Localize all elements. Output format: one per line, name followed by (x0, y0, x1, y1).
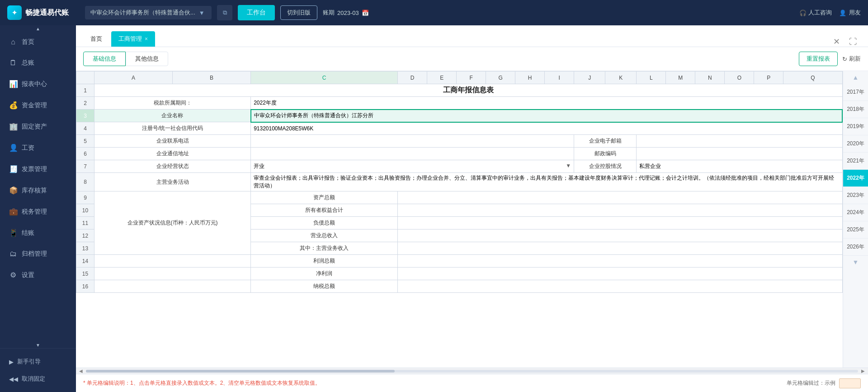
row5-email-value[interactable] (637, 135, 842, 148)
hscroll-thumb[interactable] (86, 370, 395, 373)
row10-value[interactable] (398, 204, 842, 217)
row2-value[interactable]: 2022年度 (251, 97, 842, 110)
content-area: 首页 工商管理 × ✕ ⛶ 基础信息 其他信息 重置报表 ↻ (76, 25, 868, 392)
finance-icon: 💰 (9, 101, 17, 110)
row14-value[interactable] (398, 255, 842, 268)
year-item-2019[interactable]: 2019年 (843, 118, 868, 135)
row7-control-value[interactable]: 私营企业 (637, 160, 842, 173)
col-header-b: B (173, 72, 251, 84)
row8-value[interactable]: 审查企业会计报表；出具审计报告；验证企业资本；出具验资报告；办理企业合并、分立、… (251, 173, 842, 191)
row3-value[interactable]: 中审众环会计师事务所（特殊普通合伙）江苏分所 (251, 110, 842, 122)
row9-value[interactable] (398, 191, 842, 204)
company-name-label: 中审众环会计师事务所（特殊普通合伙... (90, 9, 195, 17)
year-item-2025[interactable]: 2025年 (843, 221, 868, 239)
sidebar-label-tax: 税务管理 (22, 208, 47, 216)
sidebar-item-fixed[interactable]: 🏢 固定资产 (0, 116, 76, 137)
hscroll-right-arrow[interactable]: ▶ (860, 368, 866, 374)
old-version-button[interactable]: 切到旧版 (280, 5, 317, 20)
row9-group-label: 企业资产状况信息(币种：人民币万元) (94, 191, 251, 255)
company-dropdown-icon: ▼ (199, 10, 205, 16)
window-expand-icon[interactable]: ⛶ (845, 37, 861, 47)
dropdown-arrow-icon: ▼ (566, 163, 571, 169)
sub-tab-basic[interactable]: 基础信息 (83, 52, 126, 66)
sidebar-item-newbie[interactable]: ▶ 新手引导 (0, 353, 76, 370)
year-item-2024[interactable]: 2024年 (843, 204, 868, 221)
year-item-2021[interactable]: 2021年 (843, 153, 868, 170)
year-item-2022[interactable]: 2022年 (843, 170, 868, 187)
hscroll-left-arrow[interactable]: ◀ (78, 368, 84, 374)
year-item-2023[interactable]: 2023年 (843, 187, 868, 204)
row16-value[interactable] (398, 280, 842, 293)
row-num-15: 15 (76, 268, 94, 280)
sheet-main[interactable]: A B C D E F G H I J (76, 71, 843, 368)
sidebar-item-finance[interactable]: 💰 资金管理 (0, 95, 76, 116)
row-num-10: 10 (76, 204, 94, 217)
horizontal-scrollbar[interactable]: ◀ ▶ (76, 368, 868, 374)
unpin-icon: ◀◀ (9, 376, 18, 382)
company-selector[interactable]: 中审众环会计师事务所（特殊普通合伙... ▼ (85, 6, 212, 19)
title-cell[interactable]: 工商年报信息表 (94, 84, 843, 97)
row-num-8: 8 (76, 173, 94, 191)
year-item-2020[interactable]: 2020年 (843, 135, 868, 153)
year-scroll-down[interactable]: ▼ (843, 256, 868, 268)
table-row: 6 企业通信地址 邮政编码 (76, 148, 843, 160)
refresh-label: 刷新 (849, 55, 861, 63)
row8-label: 主营业务活动 (94, 173, 251, 191)
sidebar-item-payroll[interactable]: 👤 工资 (0, 137, 76, 158)
user-area[interactable]: 👤 用友 (839, 9, 861, 17)
support-button[interactable]: 🎧 人工咨询 (799, 9, 832, 17)
sidebar: ▲ ⌂ 首页 🗒 总账 📊 报表中心 💰 资金管理 🏢 固定资产 (0, 25, 76, 392)
row11-value[interactable] (398, 217, 842, 229)
refresh-button[interactable]: ↻ 刷新 (842, 55, 861, 63)
sidebar-item-ledger[interactable]: 🗒 总账 (0, 53, 76, 73)
table-row: 15 净利润 (76, 268, 843, 280)
row6-postal-value[interactable] (637, 148, 842, 160)
year-item-2018[interactable]: 2018年 (843, 101, 868, 118)
tab-industrial[interactable]: 工商管理 × (111, 31, 155, 47)
calendar-icon[interactable]: 📅 (362, 10, 369, 16)
sub-tab-other[interactable]: 其他信息 (126, 52, 168, 66)
row14-label: 利润总额 (251, 255, 398, 268)
period-label: 账期 (323, 9, 335, 17)
user-icon: 👤 (839, 10, 846, 16)
bottom-bar: * 单元格编辑说明：1、点击单元格直接录入数值或文本。2、清空单元格数值或文本恢… (76, 374, 868, 392)
year-item-2026[interactable]: 2026年 (843, 239, 868, 256)
row16-placeholder (94, 280, 251, 293)
row5-phone-value[interactable] (251, 135, 574, 148)
col-header-j: J (574, 72, 605, 84)
row5-label-email: 企业电子邮箱 (574, 135, 637, 148)
row4-value[interactable]: 91320100MA208E5W6K (251, 122, 842, 135)
workbench-button[interactable]: 工作台 (238, 5, 275, 20)
sidebar-scroll-down[interactable]: ▼ (0, 342, 76, 348)
row6-addr-value[interactable] (251, 148, 574, 160)
sidebar-item-settings[interactable]: ⚙ 设置 (0, 264, 76, 286)
sidebar-item-report[interactable]: 📊 报表中心 (0, 73, 76, 95)
row-num-5: 5 (76, 135, 94, 148)
sidebar-item-invoice[interactable]: 🧾 发票管理 (0, 158, 76, 180)
newbie-icon: ▶ (9, 359, 14, 365)
sidebar-label-unpin: 取消固定 (22, 375, 45, 383)
sidebar-item-archive[interactable]: 🗂 归档管理 (0, 244, 76, 264)
tab-close-icon[interactable]: × (145, 36, 148, 42)
sidebar-item-unpin[interactable]: ◀◀ 取消固定 (0, 370, 76, 387)
sidebar-item-tax[interactable]: 💼 税务管理 (0, 201, 76, 222)
row-num-12: 12 (76, 229, 94, 242)
sidebar-item-home[interactable]: ⌂ 首页 (0, 32, 76, 53)
copy-icon-button[interactable]: ⧉ (217, 5, 232, 20)
sidebar-scroll-up[interactable]: ▲ (0, 25, 76, 32)
hscroll-track[interactable] (86, 370, 858, 373)
row7-status-value[interactable]: 开业 ▼ (251, 160, 574, 173)
sidebar-item-inventory[interactable]: 📦 库存核算 (0, 180, 76, 201)
row-num-2: 2 (76, 97, 94, 110)
reset-report-button[interactable]: 重置报表 (799, 52, 838, 66)
row12-value[interactable] (398, 229, 842, 242)
year-item-2017[interactable]: 2017年 (843, 84, 868, 101)
row15-value[interactable] (398, 268, 842, 280)
tab-home[interactable]: 首页 (83, 31, 109, 47)
window-close-icon[interactable]: ✕ (830, 37, 844, 47)
col-header-o: O (725, 72, 754, 84)
sidebar-item-settle[interactable]: 📱 结账 (0, 222, 76, 244)
year-scroll-up[interactable]: ▲ (843, 71, 868, 84)
row13-value[interactable] (398, 242, 842, 255)
app-title: 畅捷通易代账 (25, 8, 69, 18)
